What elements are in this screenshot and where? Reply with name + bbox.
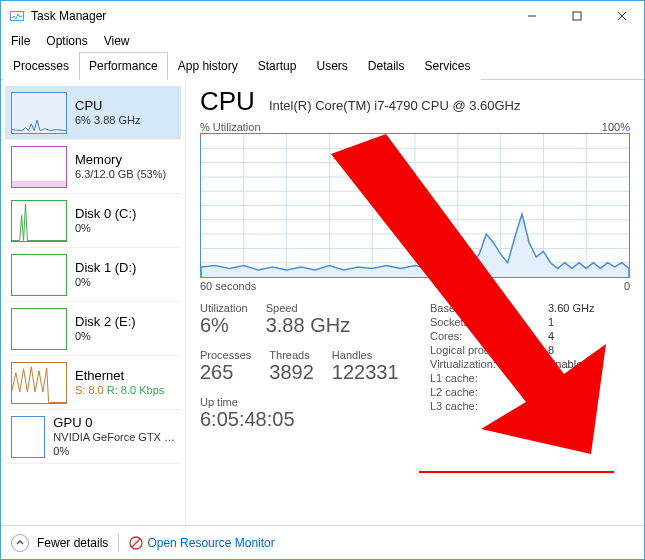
disk2-thumb [11,308,67,350]
tab-details[interactable]: Details [358,52,415,80]
sockets-value: 1 [548,316,554,328]
sidebar-item-cpu[interactable]: CPU 6% 3.88 GHz [5,86,181,140]
cores-label: Cores: [430,330,548,342]
logical-processors-label: Logical processors: [430,344,548,356]
sidebar-item-ethernet[interactable]: Ethernet S: 8.0 R: 8.0 Kbps [5,356,181,410]
chevron-up-icon [11,534,29,552]
sidebar-ethernet-sub: S: 8.0 R: 8.0 Kbps [75,384,164,398]
minimize-button[interactable] [509,1,554,31]
task-manager-window: Task Manager File Options View Processes… [0,0,645,560]
virtualization-label: Virtualization: [430,358,548,370]
l1-cache-label: L1 cache: [430,372,548,384]
utilization-label: Utilization [200,302,248,314]
threads-label: Threads [269,349,314,361]
l3-cache-label: L3 cache: [430,400,548,412]
handles-value: 122331 [332,361,399,384]
menu-view[interactable]: View [98,32,136,50]
window-controls [509,1,644,31]
cpu-model: Intel(R) Core(TM) i7-4790 CPU @ 3.60GHz [269,98,521,113]
sidebar-ethernet-title: Ethernet [75,368,164,384]
sidebar-item-gpu0[interactable]: GPU 0 NVIDIA GeForce GTX … 0% [5,410,181,464]
menu-options[interactable]: Options [40,32,93,50]
tab-app-history[interactable]: App history [168,52,248,80]
speed-value: 3.88 GHz [266,314,350,337]
sidebar-item-disk2[interactable]: Disk 2 (E:) 0% [5,302,181,356]
ethernet-thumb [11,362,67,404]
svg-line-26 [132,539,140,547]
footer-separator [118,534,119,552]
sidebar-disk0-sub: 0% [75,222,136,236]
l3-cache-value: 8.0 MB [548,400,583,412]
tab-users[interactable]: Users [306,52,357,80]
titlebar: Task Manager [1,1,644,31]
sockets-label: Sockets: [430,316,548,328]
main-heading: CPU [200,86,255,117]
virtualization-value: Enabled [548,358,588,370]
utilization-value: 6% [200,314,248,337]
sidebar-disk2-title: Disk 2 (E:) [75,314,136,330]
specs: Base speed:3.60 GHz Sockets:1 Cores:4 Lo… [430,302,630,412]
graph-bottom-right-label: 0 [624,280,630,292]
app-icon [9,8,25,24]
graph-top-right-label: 100% [602,121,630,133]
logical-processors-value: 8 [548,344,554,356]
resource-monitor-icon [129,536,143,550]
sidebar: CPU 6% 3.88 GHz Memory 6.3/12.0 GB (53%)… [1,80,186,525]
gpu-thumb [11,416,45,458]
sidebar-memory-sub: 6.3/12.0 GB (53%) [75,168,166,182]
sidebar-gpu-title: GPU 0 [53,415,175,431]
sidebar-cpu-sub: 6% 3.88 GHz [75,114,140,128]
base-speed-value: 3.60 GHz [548,302,594,314]
disk1-thumb [11,254,67,296]
tab-performance[interactable]: Performance [79,52,168,80]
sidebar-disk2-sub: 0% [75,330,136,344]
processes-label: Processes [200,349,251,361]
open-resource-monitor-link[interactable]: Open Resource Monitor [129,536,274,550]
maximize-button[interactable] [554,1,599,31]
fewer-details-label: Fewer details [37,536,108,550]
l2-cache-label: L2 cache: [430,386,548,398]
l1-cache-value: 256 KB [548,372,584,384]
menu-file[interactable]: File [5,32,36,50]
graph-top-left-label: % Utilization [200,121,261,133]
menubar: File Options View [1,31,644,51]
sidebar-gpu-sub: NVIDIA GeForce GTX … [53,431,175,445]
cores-value: 4 [548,330,554,342]
sidebar-cpu-title: CPU [75,98,140,114]
handles-label: Handles [332,349,399,361]
sidebar-disk1-title: Disk 1 (D:) [75,260,136,276]
speed-label: Speed [266,302,350,314]
sidebar-item-disk1[interactable]: Disk 1 (D:) 0% [5,248,181,302]
fewer-details-button[interactable]: Fewer details [11,534,108,552]
uptime-label: Up time [200,396,430,408]
main-panel: CPU Intel(R) Core(TM) i7-4790 CPU @ 3.60… [186,80,644,525]
sidebar-item-memory[interactable]: Memory 6.3/12.0 GB (53%) [5,140,181,194]
footer: Fewer details Open Resource Monitor [1,525,644,559]
tab-processes[interactable]: Processes [3,52,79,80]
sidebar-memory-title: Memory [75,152,166,168]
cpu-thumb [11,92,67,134]
tabbar: Processes Performance App history Startu… [1,51,644,80]
window-title: Task Manager [31,9,509,23]
l2-cache-value: 1.0 MB [548,386,583,398]
body: CPU 6% 3.88 GHz Memory 6.3/12.0 GB (53%)… [1,80,644,525]
svg-rect-3 [573,12,581,20]
open-resource-monitor-label: Open Resource Monitor [147,536,274,550]
sidebar-disk0-title: Disk 0 (C:) [75,206,136,222]
tab-startup[interactable]: Startup [248,52,307,80]
sidebar-gpu-pct: 0% [53,445,175,459]
sidebar-disk1-sub: 0% [75,276,136,290]
disk0-thumb [11,200,67,242]
processes-value: 265 [200,361,251,384]
sidebar-item-disk0[interactable]: Disk 0 (C:) 0% [5,194,181,248]
threads-value: 3892 [269,361,314,384]
base-speed-label: Base speed: [430,302,548,314]
close-button[interactable] [599,1,644,31]
annotation-underline [419,471,614,473]
tab-services[interactable]: Services [415,52,481,80]
graph-bottom-left-label: 60 seconds [200,280,256,292]
cpu-graph[interactable] [200,133,630,278]
memory-thumb [11,146,67,188]
uptime-value: 6:05:48:05 [200,408,430,431]
